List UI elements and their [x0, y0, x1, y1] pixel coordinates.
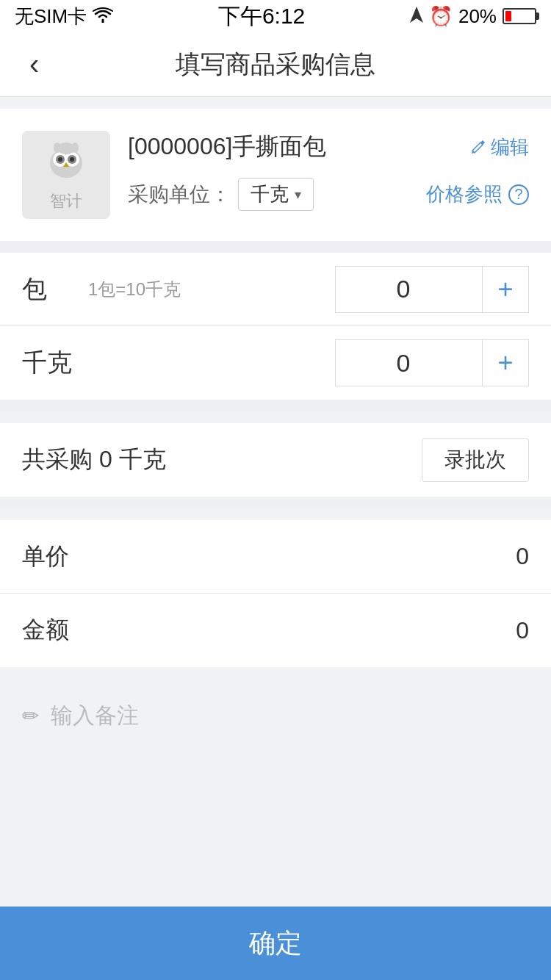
location-icon [410, 5, 423, 28]
kg-plus-button[interactable]: + [482, 339, 529, 386]
section-divider-1 [0, 241, 551, 253]
unit-price-value: 0 [516, 543, 529, 570]
unit-price-row: 单价 0 [0, 520, 551, 594]
bao-input[interactable] [335, 266, 482, 313]
product-info: [0000006]手撕面包 编辑 采购单位： 千克 ▾ [128, 131, 529, 211]
chevron-down-icon: ▾ [295, 187, 301, 203]
amount-row: 金额 0 [0, 594, 551, 667]
svg-point-7 [70, 157, 74, 162]
product-owl-icon [44, 137, 88, 187]
notes-section[interactable]: ✏ 输入备注 [0, 679, 551, 753]
svg-point-11 [71, 143, 79, 153]
section-divider-3 [0, 497, 551, 508]
bao-plus-button[interactable]: + [482, 266, 529, 313]
status-bar: 无SIM卡 下午6:12 ⏰ 20% [0, 0, 551, 32]
bao-input-right: + [335, 266, 529, 313]
summary-section: 共采购 0 千克 录批次 [0, 423, 551, 497]
section-divider-2 [0, 400, 551, 411]
notes-placeholder: 输入备注 [51, 701, 139, 731]
svg-marker-0 [410, 7, 423, 23]
summary-row: 共采购 0 千克 录批次 [0, 423, 551, 497]
kg-input-row: 千克 + [0, 326, 551, 400]
status-left: 无SIM卡 [15, 4, 113, 29]
confirm-button[interactable]: 确定 [0, 907, 551, 980]
price-ref-help-icon: ? [508, 184, 529, 205]
summary-text: 共采购 0 千克 [22, 444, 166, 476]
wifi-icon [93, 5, 113, 28]
kg-input[interactable] [335, 339, 482, 386]
battery-percent: 20% [458, 5, 497, 28]
alarm-icon: ⏰ [429, 5, 453, 28]
unit-value: 千克 [251, 181, 289, 207]
purchase-unit-label: 采购单位： [128, 181, 231, 209]
pencil-icon: ✏ [22, 704, 39, 728]
svg-point-10 [54, 143, 61, 153]
bao-label: 包 [22, 273, 81, 306]
product-card: 智计 [0000006]手撕面包 编辑 采购单位： 千克 [0, 109, 551, 241]
main-content: 智计 [0000006]手撕面包 编辑 采购单位： 千克 [0, 109, 551, 841]
unit-price-label: 单价 [22, 541, 69, 573]
kg-label: 千克 [22, 346, 81, 380]
unit-select[interactable]: 千克 ▾ [238, 178, 314, 211]
status-right: ⏰ 20% [410, 5, 536, 28]
page-title: 填写商品采购信息 [176, 48, 375, 82]
amount-value: 0 [516, 617, 529, 644]
nav-bar: ‹ 填写商品采购信息 [0, 32, 551, 97]
status-time: 下午6:12 [218, 1, 305, 32]
battery-icon [503, 8, 536, 24]
price-ref-button[interactable]: 价格参照 ? [426, 181, 529, 207]
confirm-label: 确定 [249, 926, 302, 962]
bao-input-row: 包 1包=10千克 + [0, 253, 551, 326]
sim-label: 无SIM卡 [15, 4, 87, 29]
back-button[interactable]: ‹ [22, 40, 46, 88]
amount-label: 金额 [22, 614, 69, 646]
input-section: 包 1包=10千克 + 千克 + [0, 253, 551, 400]
purchase-unit-row: 采购单位： 千克 ▾ 价格参照 ? [128, 178, 529, 211]
product-name-row: [0000006]手撕面包 编辑 [128, 131, 529, 163]
product-image: 智计 [22, 131, 110, 219]
bao-hint: 1包=10千克 [88, 278, 181, 301]
record-batch-button[interactable]: 录批次 [422, 438, 529, 482]
price-ref-label: 价格参照 [426, 181, 503, 207]
edit-button[interactable]: 编辑 [470, 134, 529, 160]
kg-input-right: + [335, 339, 529, 386]
price-section: 单价 0 金额 0 [0, 520, 551, 667]
svg-point-6 [58, 157, 62, 162]
product-name: [0000006]手撕面包 [128, 131, 326, 163]
product-brand-label: 智计 [50, 190, 82, 212]
